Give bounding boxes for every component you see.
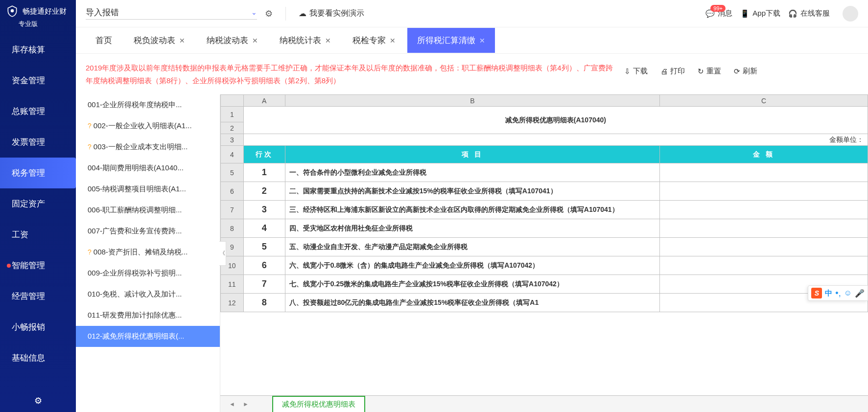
sheet-nav-prev-icon[interactable]: ◄ bbox=[225, 401, 239, 408]
tree-item-002[interactable]: ?002-一般企业收入明细表(A1... bbox=[76, 115, 220, 137]
header-amount[interactable]: 金 额 bbox=[659, 146, 868, 163]
tab-tax-stats[interactable]: 纳税统计表✕ bbox=[270, 28, 341, 53]
close-icon[interactable]: ✕ bbox=[325, 37, 331, 45]
ime-lang[interactable]: 中 bbox=[825, 289, 832, 298]
cell-amount[interactable] bbox=[659, 201, 868, 219]
print-button[interactable]: 🖨打印 bbox=[660, 67, 685, 76]
unit-label[interactable]: 金额单位： bbox=[243, 134, 868, 146]
tab-tax-expert[interactable]: 税检专家✕ bbox=[343, 28, 405, 53]
row-header[interactable]: 2 bbox=[221, 122, 244, 134]
tree-panel: 001-企业所得税年度纳税申... ?002-一般企业收入明细表(A1... ?… bbox=[76, 94, 220, 412]
nav-smart[interactable]: 智能管理 bbox=[0, 250, 76, 281]
nav-inventory[interactable]: 库存核算 bbox=[0, 34, 76, 65]
cell-project[interactable]: 六、线宽小于0.8微米（含）的集成电路生产企业减免企业所得税（填写A107042… bbox=[285, 256, 659, 275]
nav-invoice[interactable]: 发票管理 bbox=[0, 127, 76, 158]
row-header[interactable]: 3 bbox=[221, 134, 244, 146]
reset-button[interactable]: ↻重置 bbox=[698, 67, 721, 76]
ime-emoji-icon[interactable]: ☺ bbox=[844, 289, 852, 298]
tree-item-006[interactable]: 006-职工薪酬纳税调整明细... bbox=[76, 200, 220, 221]
cell-seq[interactable]: 8 bbox=[243, 294, 285, 312]
cell-seq[interactable]: 7 bbox=[243, 275, 285, 294]
spreadsheet: A B C 1 减免所得税优惠明细表(A107040) 2 3 bbox=[220, 94, 868, 312]
cell-amount[interactable] bbox=[659, 256, 868, 275]
cell-seq[interactable]: 1 bbox=[243, 163, 285, 182]
header-seq[interactable]: 行次 bbox=[243, 146, 285, 163]
tree-item-004[interactable]: 004-期间费用明细表(A1040... bbox=[76, 158, 220, 179]
sheet-tab-active[interactable]: 减免所得税优惠明细表 bbox=[272, 396, 365, 412]
download-button[interactable]: ⇩下载 bbox=[624, 67, 648, 76]
col-header-c[interactable]: C bbox=[659, 95, 868, 107]
cell-seq[interactable]: 2 bbox=[243, 182, 285, 201]
col-header-a[interactable]: A bbox=[243, 95, 285, 107]
cell-seq[interactable]: 4 bbox=[243, 219, 285, 238]
row-header[interactable]: 12 bbox=[221, 294, 244, 312]
tree-item-007[interactable]: 007-广告费和业务宣传费跨... bbox=[76, 221, 220, 242]
row-header[interactable]: 4 bbox=[221, 146, 244, 163]
close-icon[interactable]: ✕ bbox=[252, 37, 258, 45]
refresh-button[interactable]: ⟳刷新 bbox=[734, 67, 757, 76]
cell-project[interactable]: 四、受灾地区农村信用社免征企业所得税 bbox=[285, 219, 659, 238]
row-header[interactable]: 8 bbox=[221, 219, 244, 238]
sheet-corner[interactable] bbox=[221, 95, 244, 107]
header-project[interactable]: 项 目 bbox=[285, 146, 659, 163]
cell-amount[interactable] bbox=[659, 182, 868, 201]
online-service-button[interactable]: 🎧 在线客服 bbox=[788, 9, 830, 18]
cell-project[interactable]: 五、动漫企业自主开发、生产动漫产品定期减免企业所得税 bbox=[285, 238, 659, 256]
sheet-grid[interactable]: A B C 1 减免所得税优惠明细表(A107040) 2 3 bbox=[220, 94, 868, 395]
row-header[interactable]: 7 bbox=[221, 201, 244, 219]
cell-amount[interactable] bbox=[659, 163, 868, 182]
tab-home[interactable]: 首页 bbox=[86, 28, 122, 53]
row-header[interactable]: 6 bbox=[221, 182, 244, 201]
cell-amount[interactable] bbox=[659, 238, 868, 256]
cell-amount[interactable] bbox=[659, 219, 868, 238]
row-header[interactable]: 5 bbox=[221, 163, 244, 182]
ime-widget[interactable]: S 中 •, ☺ 🎤 bbox=[808, 285, 868, 301]
tree-item-012[interactable]: 012-减免所得税优惠明细表(... bbox=[76, 326, 220, 347]
ime-mic-icon[interactable]: 🎤 bbox=[855, 289, 865, 298]
search-input[interactable] bbox=[86, 7, 245, 17]
tab-tax-payment[interactable]: 纳税波动表✕ bbox=[197, 28, 268, 53]
settings-gear-icon[interactable]: ⚙ bbox=[34, 395, 42, 406]
nav-business[interactable]: 经营管理 bbox=[0, 281, 76, 312]
row-header[interactable]: 1 bbox=[221, 107, 244, 122]
nav-ledger[interactable]: 总账管理 bbox=[0, 96, 76, 127]
cell-project[interactable]: 八、投资额超过80亿元的集成电路生产企业减按15%税率征收企业所得税（填写A1 bbox=[285, 294, 659, 312]
tree-item-010[interactable]: 010-免税、减计收入及加计... bbox=[76, 284, 220, 305]
nav-salary[interactable]: 工资 bbox=[0, 219, 76, 250]
cell-project[interactable]: 一、符合条件的小型微利企业减免企业所得税 bbox=[285, 163, 659, 182]
nav-tax[interactable]: 税务管理 bbox=[0, 158, 76, 188]
cell-seq[interactable]: 3 bbox=[243, 201, 285, 219]
tree-item-001[interactable]: 001-企业所得税年度纳税申... bbox=[76, 94, 220, 115]
app-download-button[interactable]: 📱 App下载 bbox=[740, 9, 780, 18]
search-settings-icon[interactable]: ⚙ bbox=[265, 8, 273, 19]
tree-item-003[interactable]: ?003-一般企业成本支出明细... bbox=[76, 137, 220, 158]
ime-punct-icon[interactable]: •, bbox=[835, 288, 841, 298]
nav-basic-info[interactable]: 基础信息 bbox=[0, 343, 76, 373]
nav-fixed-assets[interactable]: 固定资产 bbox=[0, 188, 76, 219]
cell-project[interactable]: 三、经济特区和上海浦东新区新设立的高新技术企业在区内取得的所得定期减免企业所得税… bbox=[285, 201, 659, 219]
col-header-b[interactable]: B bbox=[285, 95, 659, 107]
tab-income-tax-settlement[interactable]: 所得税汇算清缴✕ bbox=[407, 28, 495, 53]
chevron-down-icon[interactable]: ⌄ bbox=[251, 8, 257, 16]
cell-seq[interactable]: 6 bbox=[243, 256, 285, 275]
collapse-handle[interactable]: 《 bbox=[219, 241, 226, 266]
tree-item-009[interactable]: 009-企业所得税弥补亏损明... bbox=[76, 263, 220, 284]
close-icon[interactable]: ✕ bbox=[179, 37, 185, 45]
row-header[interactable]: 11 bbox=[221, 275, 244, 294]
sheet-nav-next-icon[interactable]: ► bbox=[239, 401, 253, 408]
avatar[interactable] bbox=[843, 6, 858, 22]
close-icon[interactable]: ✕ bbox=[390, 37, 396, 45]
tree-item-011[interactable]: 011-研发费用加计扣除优惠... bbox=[76, 305, 220, 326]
cell-seq[interactable]: 5 bbox=[243, 238, 285, 256]
cell-project[interactable]: 七、线宽小于0.25微米的集成电路生产企业减按15%税率征收企业所得税（填写A1… bbox=[285, 275, 659, 294]
demo-link[interactable]: ☁ 我要看实例演示 bbox=[299, 8, 364, 19]
tree-item-008[interactable]: ?008-资产折旧、摊销及纳税... bbox=[76, 242, 220, 263]
sheet-title[interactable]: 减免所得税优惠明细表(A107040) bbox=[243, 107, 868, 134]
messages-button[interactable]: 99+ 💬 消息 bbox=[705, 9, 732, 18]
close-icon[interactable]: ✕ bbox=[479, 37, 485, 45]
nav-funds[interactable]: 资金管理 bbox=[0, 65, 76, 96]
tree-item-005[interactable]: 005-纳税调整项目明细表(A1... bbox=[76, 179, 220, 200]
nav-reimburse[interactable]: 小畅报销 bbox=[0, 312, 76, 343]
tab-tax-burden[interactable]: 税负波动表✕ bbox=[124, 28, 195, 53]
cell-project[interactable]: 二、国家需要重点扶持的高新技术企业减按15%的税率征收企业所得税（填写A1070… bbox=[285, 182, 659, 201]
